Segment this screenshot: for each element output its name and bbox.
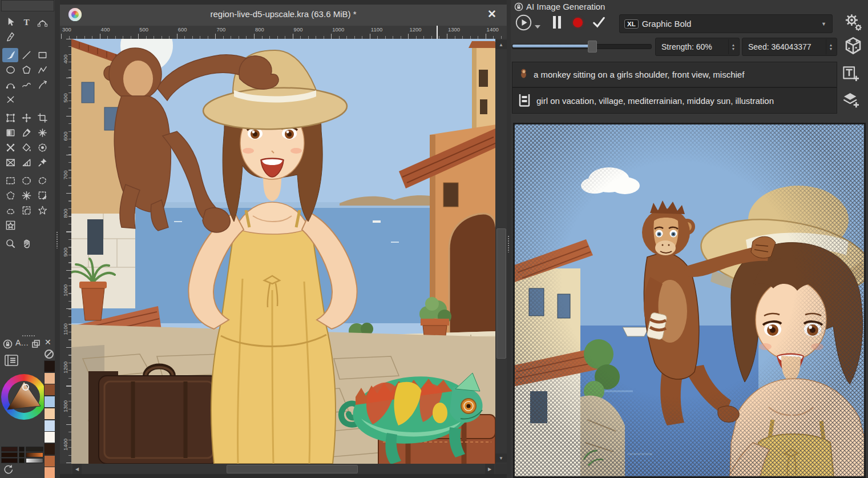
move-tool[interactable] (18, 111, 34, 125)
crop-tool[interactable] (34, 111, 50, 125)
gradient-swatch[interactable] (1, 447, 18, 452)
measure-tool[interactable] (18, 155, 34, 170)
enclose-fill-tool[interactable] (34, 140, 50, 155)
assistants-tool[interactable] (2, 155, 18, 170)
scroll-up-button[interactable]: ▲ (495, 40, 507, 49)
scroll-down-button[interactable]: ▼ (495, 453, 507, 463)
rect-select-tool[interactable] (2, 174, 18, 188)
docker-drag-handle[interactable] (22, 335, 35, 338)
canvas[interactable] (71, 39, 495, 464)
color-swatch[interactable] (44, 384, 55, 396)
patterns-tool[interactable] (34, 126, 50, 140)
scroll-left-button[interactable]: ◀ (72, 464, 82, 474)
pause-button[interactable] (552, 15, 562, 29)
gradient-swatch[interactable] (19, 458, 24, 463)
region-prompt-text[interactable]: a monkey sitting on a girls shoulder, fr… (534, 70, 744, 79)
star-select-tool[interactable] (34, 203, 50, 218)
edit-shapes-tool[interactable] (34, 15, 50, 29)
scroll-right-button[interactable]: ▶ (485, 464, 494, 474)
color-swatch[interactable] (44, 431, 55, 443)
add-text-region-button[interactable] (838, 62, 864, 86)
selector-settings-icon[interactable] (4, 354, 19, 369)
root-prompt-text[interactable]: girl on vacation, village, mediterrainia… (536, 96, 774, 106)
color-swatch[interactable] (44, 455, 55, 467)
gradient-swatch[interactable] (1, 452, 18, 457)
close-document-icon[interactable]: ✕ (487, 7, 496, 21)
vertical-scrollbar[interactable]: ▲ ▼ (495, 39, 507, 464)
document-title-bar[interactable]: region-live-d5-upscale.kra (63.6 MiB) * … (60, 5, 507, 26)
add-layer-region-button[interactable] (838, 87, 864, 113)
similar-color-select-tool[interactable] (18, 188, 34, 203)
docker-lock-icon[interactable] (3, 339, 13, 351)
generate-button[interactable] (515, 14, 532, 33)
freehand-select-tool[interactable] (34, 174, 50, 188)
strength-spinbox[interactable]: Strength: 60% ▲▼ (655, 38, 740, 56)
ellipse-select-tool[interactable] (18, 174, 34, 188)
slider-handle[interactable] (588, 41, 597, 53)
gradient-swatch[interactable] (19, 447, 24, 452)
calligraphy-tool[interactable] (2, 30, 18, 44)
panel-lock-icon[interactable] (514, 2, 523, 14)
magnetic-select-tool[interactable] (18, 203, 34, 218)
gradient-swatch[interactable] (26, 452, 43, 457)
color-swatch[interactable] (44, 443, 55, 455)
generate-dropdown-icon[interactable] (535, 21, 540, 31)
vector-select-tool[interactable] (2, 218, 18, 232)
random-seed-dice-icon[interactable] (844, 37, 862, 57)
color-swatch[interactable] (44, 396, 55, 408)
freehand-path-tool[interactable] (18, 78, 34, 92)
polygon-tool[interactable] (18, 63, 34, 77)
no-color-swatch[interactable] (44, 349, 54, 359)
strength-slider[interactable] (512, 38, 651, 54)
horizontal-scrollbar[interactable]: ◀ ▶ (71, 464, 495, 474)
polyline-tool[interactable] (34, 63, 50, 77)
freehand-brush-tool[interactable] (2, 48, 18, 62)
color-swatch[interactable] (44, 372, 55, 384)
strength-spin-arrows[interactable]: ▲▼ (728, 39, 738, 54)
transform-tool[interactable] (2, 111, 18, 125)
rectangle-tool[interactable] (34, 48, 50, 62)
docker-close-icon[interactable]: ✕ (45, 338, 51, 347)
fill-tool[interactable] (18, 140, 34, 155)
right-splitter[interactable] (507, 0, 511, 478)
splitter-handle[interactable] (56, 231, 59, 248)
gradient-preset-row[interactable] (1, 447, 43, 452)
record-button[interactable] (573, 18, 583, 27)
gradient-preset-row[interactable] (1, 458, 43, 463)
apply-button[interactable] (592, 16, 606, 31)
color-sampler-tool[interactable] (18, 126, 34, 140)
color-triangle[interactable] (1, 374, 47, 420)
bezier-curve-tool[interactable] (2, 78, 18, 92)
select-shapes-tool[interactable] (2, 15, 18, 29)
polygon-select-tool[interactable] (2, 188, 18, 203)
dynamic-brush-tool[interactable] (34, 78, 50, 92)
color-swatch[interactable] (44, 420, 55, 432)
text-tool[interactable]: T (18, 15, 34, 29)
docker-float-icon[interactable] (31, 339, 41, 351)
line-tool[interactable] (18, 48, 34, 62)
reference-images-tool[interactable] (34, 155, 50, 170)
outline-select-tool[interactable] (34, 188, 50, 203)
gradient-swatch[interactable] (26, 447, 43, 452)
refresh-icon[interactable] (3, 464, 14, 477)
root-prompt-row[interactable]: girl on vacation, village, mediterrainia… (512, 87, 837, 114)
gradient-preset-row[interactable] (1, 452, 43, 457)
vertical-scroll-thumb[interactable] (496, 228, 506, 359)
multibrush-tool[interactable] (2, 93, 18, 107)
smart-patch-tool[interactable] (2, 140, 18, 155)
horizontal-scroll-thumb[interactable] (227, 465, 358, 473)
gradient-swatch[interactable] (1, 458, 18, 463)
settings-gear-icon[interactable] (843, 13, 863, 34)
splitter-handle[interactable] (507, 235, 510, 252)
color-swatch[interactable] (44, 408, 55, 420)
seed-spin-arrows[interactable]: ▲▼ (826, 39, 835, 54)
model-select[interactable]: XL Graphic Bold ▼ (619, 14, 833, 33)
bezier-select-tool[interactable] (2, 203, 18, 218)
gradient-tool[interactable] (2, 126, 18, 140)
zoom-tool[interactable] (2, 236, 18, 251)
gradient-swatch[interactable] (19, 452, 24, 457)
toolbox-header[interactable] (1, 0, 54, 11)
color-swatch[interactable] (44, 467, 55, 478)
ellipse-tool[interactable] (2, 63, 18, 77)
seed-spinbox[interactable]: Seed: 364043377 ▲▼ (742, 38, 837, 56)
